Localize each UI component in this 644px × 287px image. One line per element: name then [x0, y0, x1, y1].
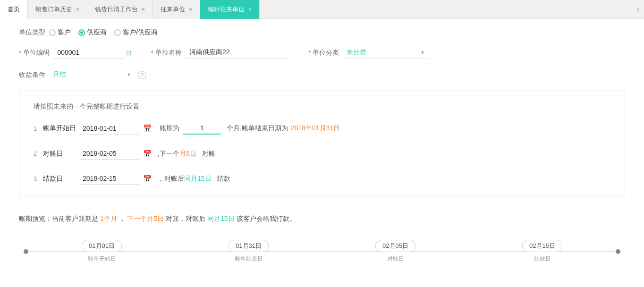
period-start-suffix-1: 账期为 — [160, 124, 179, 133]
period-start-suffix-2: 个月,账单结束日期为 — [227, 124, 288, 133]
unit-code-label: 单位编码 — [23, 49, 50, 57]
chevron-down-icon: ▾ — [421, 49, 424, 56]
period-start-date-input[interactable] — [79, 123, 140, 135]
payment-condition-group: 收款条件 月结 ▾ ? — [19, 68, 146, 81]
radio-customer-label: 客户 — [58, 28, 71, 37]
timeline-label-3: 对账日 — [387, 255, 404, 263]
radio-both-circle — [114, 29, 121, 36]
tab-cash-work-label: 钱货日清工作台 — [95, 5, 138, 14]
preview-part2: 下一个月5日 — [127, 215, 164, 222]
timeline-label-1: 账单开始日 — [88, 255, 116, 263]
unit-category-group: * 单位分类 未分类 ▾ — [308, 46, 428, 59]
payment-condition-select[interactable]: 月结 ▾ — [49, 68, 134, 81]
unit-name-star: * — [151, 49, 153, 57]
tab-partner-close[interactable]: × — [189, 6, 192, 13]
period-payment-date-input[interactable] — [79, 173, 140, 185]
preview-label: 账期预览：当前客户账期是 — [19, 215, 98, 222]
unit-info-row: * 单位编码 ⊟ * 单位名称 * 单位分类 未分类 ▾ — [19, 46, 625, 59]
timeline-label-4: 结款日 — [534, 255, 551, 263]
unit-code-star: * — [19, 49, 21, 57]
radio-supplier-label: 供应商 — [87, 28, 107, 37]
unit-code-group: * 单位编码 ⊟ — [19, 47, 132, 59]
period-start-calendar-icon[interactable]: 📅 — [143, 124, 152, 133]
tab-sales-history-label: 销售订单历史 — [35, 5, 72, 14]
period-reconcile-calendar-icon[interactable]: 📅 — [143, 150, 152, 158]
timeline-badge-3-container: 02月05日 对账日 — [375, 240, 415, 263]
timeline-badge-2: 01月31日 — [229, 240, 269, 252]
unit-code-copy-icon[interactable]: ⊟ — [126, 49, 132, 57]
unit-code-input[interactable] — [53, 47, 124, 59]
tab-sales-history-close[interactable]: × — [76, 6, 79, 13]
preview-end: 该客户会给我打款。 — [237, 215, 296, 222]
tab-home[interactable]: 首页 — [0, 0, 28, 19]
preview-sep2: 对账，对账后 — [166, 215, 205, 222]
period-reconcile-date-input[interactable] — [79, 148, 140, 160]
period-end-date-highlight: 2018年01月31日 — [291, 124, 340, 133]
preview-sep1: ， — [119, 215, 126, 222]
radio-customer-circle — [49, 29, 56, 36]
period-num-3: 3 — [34, 175, 43, 182]
tab-partner-label: 往来单位 — [161, 5, 185, 14]
timeline-badge-2-container: 01月31日 账单结束日 — [229, 240, 269, 263]
timeline-badge-3: 02月05日 — [375, 240, 415, 252]
unit-category-value: 未分类 — [347, 48, 421, 57]
payment-condition-row: 收款条件 月结 ▾ ? — [19, 68, 625, 81]
period-title: 请按照未来的一个完整帐期进行设置 — [34, 102, 610, 111]
tab-bar: 首页 销售订单历史 × 钱货日清工作台 × 往来单位 × 编辑往来单位 × › — [0, 0, 644, 19]
period-reconcile-prefix: ,下一个 — [158, 150, 179, 158]
tab-partner[interactable]: 往来单位 × — [153, 0, 200, 19]
period-payment-calendar-icon[interactable]: 📅 — [143, 175, 152, 183]
period-field-label-2: 对账日 — [43, 150, 71, 158]
tab-sales-history[interactable]: 销售订单历史 × — [28, 0, 87, 19]
unit-name-input[interactable] — [186, 47, 289, 59]
tab-expand-button[interactable]: › — [632, 5, 644, 14]
period-reconcile-highlight: 月5日 — [179, 150, 196, 158]
timeline-dot-1 — [24, 249, 28, 254]
timeline-point-1 — [24, 249, 28, 254]
period-payment-prefix: ，对账后 — [158, 175, 184, 183]
period-row-2: 2 对账日 📅 ,下一个 月5日 对账 — [34, 148, 610, 160]
radio-both[interactable]: 客户/供应商 — [114, 28, 158, 37]
unit-type-row: 单位类型 客户 供应商 客户/供应商 — [19, 28, 625, 37]
period-num-2: 2 — [34, 150, 43, 157]
timeline-badge-4-container: 02月15日 结款日 — [522, 240, 562, 263]
timeline-end-dot — [616, 249, 620, 254]
main-content: 单位类型 客户 供应商 客户/供应商 * 单位编码 — [0, 19, 644, 287]
timeline-badge-1-container: 01月01日 账单开始日 — [82, 240, 122, 263]
radio-both-label: 客户/供应商 — [123, 28, 158, 37]
payment-condition-value: 月结 — [53, 70, 127, 79]
radio-customer[interactable]: 客户 — [49, 28, 71, 37]
period-row-1: 1 账单开始日 📅 账期为 个月,账单结束日期为 2018年01月31日 — [34, 122, 610, 135]
radio-supplier[interactable]: 供应商 — [78, 28, 107, 37]
unit-category-label: 单位分类 — [313, 49, 339, 57]
unit-name-label: 单位名称 — [155, 49, 182, 57]
preview-part1: 1个月 — [100, 215, 117, 222]
unit-name-group: * 单位名称 — [151, 47, 289, 59]
timeline-badge-4: 02月15日 — [522, 240, 562, 252]
period-field-label-3: 结款日 — [43, 175, 71, 183]
unit-category-select[interactable]: 未分类 ▾ — [343, 46, 428, 59]
period-month-input[interactable] — [183, 122, 221, 135]
period-payment-post: 结款 — [217, 175, 230, 183]
payment-condition-label: 收款条件 — [19, 71, 45, 79]
payment-condition-chevron-icon: ▾ — [127, 71, 130, 78]
period-row-3: 3 结款日 📅 ，对账后 同月15日 结款 — [34, 173, 610, 185]
timeline-label-2: 账单结束日 — [235, 255, 263, 263]
timeline-badge-1: 01月01日 — [82, 240, 122, 252]
preview-section: 账期预览：当前客户账期是 1个月 ， 下一个月5日 对账，对账后 同月15日 该… — [19, 206, 625, 275]
period-num-1: 1 — [34, 125, 43, 132]
unit-category-star: * — [308, 49, 311, 57]
radio-group: 客户 供应商 客户/供应商 — [49, 28, 158, 37]
preview-part3: 同月15日 — [207, 215, 235, 222]
period-reconcile-post: 对账 — [202, 150, 215, 158]
tab-cash-work[interactable]: 钱货日清工作台 × — [87, 0, 153, 19]
tab-edit-partner-close[interactable]: × — [248, 6, 252, 13]
period-payment-highlight: 同月15日 — [184, 175, 212, 183]
tab-edit-partner[interactable]: 编辑往来单位 × — [200, 0, 260, 19]
period-box: 请按照未来的一个完整帐期进行设置 1 账单开始日 📅 账期为 个月,账单结束日期… — [19, 91, 625, 196]
tab-edit-partner-label: 编辑往来单位 — [208, 5, 245, 14]
tab-cash-work-close[interactable]: × — [142, 6, 145, 13]
help-icon[interactable]: ? — [138, 71, 146, 79]
radio-supplier-circle — [78, 29, 85, 36]
period-field-label-1: 账单开始日 — [43, 124, 71, 133]
